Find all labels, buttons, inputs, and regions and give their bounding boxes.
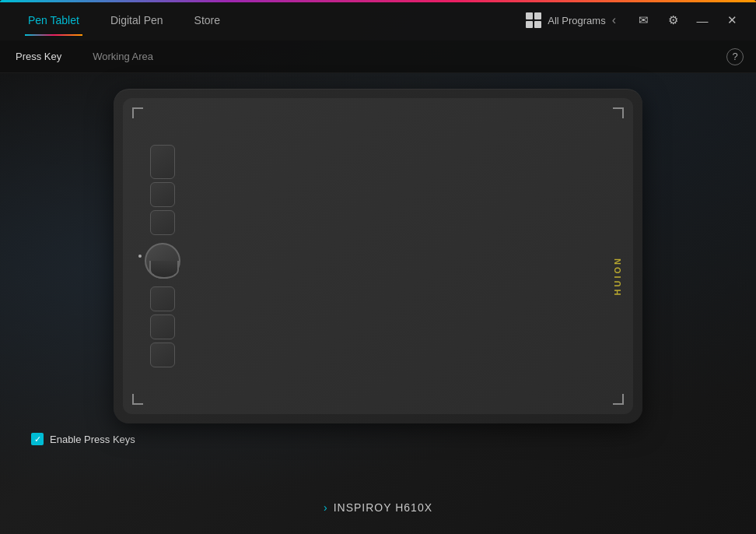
app-window: Pen Tablet Digital Pen Store All Program… (0, 0, 756, 534)
device-name-label: INSPIROY H610X (334, 501, 432, 514)
dot-indicator (138, 255, 142, 258)
tab-digital-pen[interactable]: Digital Pen (95, 8, 179, 33)
press-key-nav[interactable]: Press Key (16, 47, 61, 65)
device-footer: › INSPIROY H610X (16, 489, 740, 526)
press-key-btn-3[interactable] (150, 210, 175, 235)
main-content: HUION (0, 73, 756, 534)
working-area-nav[interactable]: Working Area (93, 47, 153, 65)
title-bar-right: All Programs ‹ ✉ ⚙ — ✕ (526, 9, 744, 32)
corner-tl (132, 107, 143, 118)
checkmark-icon: ✓ (34, 435, 41, 444)
corner-br (613, 394, 624, 405)
press-key-btn-2[interactable] (150, 182, 175, 207)
chevron-right-icon: › (324, 501, 327, 514)
bottom-section: ✓ Enable Press Keys (16, 433, 740, 453)
mail-button[interactable]: ✉ (632, 9, 655, 32)
chevron-left-icon[interactable]: ‹ (612, 13, 616, 27)
corner-bl (132, 394, 143, 405)
device-name-button[interactable]: › INSPIROY H610X (311, 497, 445, 518)
programs-label[interactable]: All Programs (548, 15, 605, 26)
tablet-illustration: HUION (114, 89, 642, 423)
press-key-btn-4[interactable] (150, 286, 175, 311)
enable-press-keys-label: Enable Press Keys (50, 434, 135, 445)
dial-control[interactable] (145, 243, 180, 279)
enable-row: ✓ Enable Press Keys (31, 433, 135, 445)
close-button[interactable]: ✕ (720, 9, 744, 32)
minimize-button[interactable]: — (691, 9, 714, 32)
tab-store[interactable]: Store (179, 8, 236, 33)
settings-button[interactable]: ⚙ (661, 9, 684, 32)
brand-text: HUION (613, 256, 622, 295)
color-strip (0, 0, 756, 2)
sub-header: Press Key Working Area ? (0, 40, 756, 73)
title-bar: Pen Tablet Digital Pen Store All Program… (0, 0, 756, 40)
enable-press-keys-checkbox[interactable]: ✓ (31, 433, 44, 445)
press-key-btn-1[interactable] (150, 145, 175, 179)
programs-section: All Programs ‹ (526, 12, 616, 28)
nav-tabs: Pen Tablet Digital Pen Store (12, 8, 526, 33)
corner-tr (613, 107, 624, 118)
press-key-btn-5[interactable] (150, 314, 175, 339)
grid-icon (526, 12, 541, 28)
tab-pen-tablet[interactable]: Pen Tablet (12, 8, 95, 33)
tablet-inner: HUION (123, 98, 633, 414)
help-button[interactable]: ? (726, 48, 744, 65)
side-buttons (145, 143, 180, 369)
press-key-btn-6[interactable] (150, 343, 175, 367)
